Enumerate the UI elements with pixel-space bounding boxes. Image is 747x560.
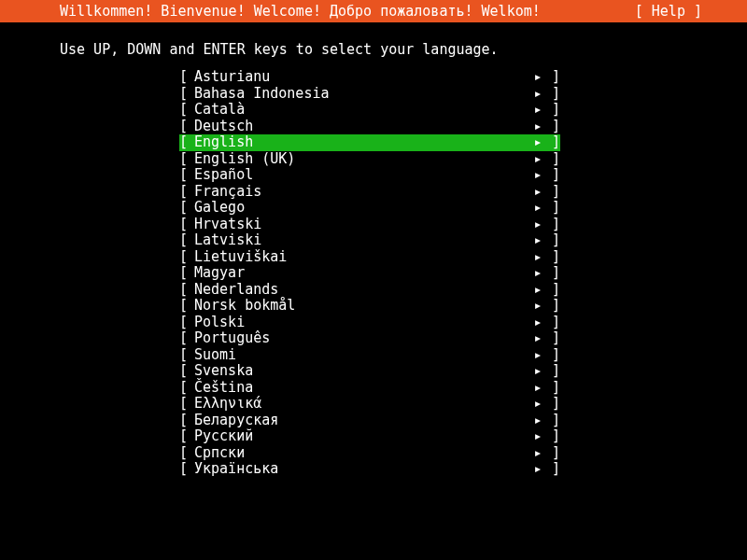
bracket-open: [	[179, 282, 194, 299]
language-label: Español	[194, 167, 530, 184]
language-label: Lietuviškai	[194, 249, 530, 266]
language-item[interactable]: [ Magyar▸ ]	[179, 265, 560, 282]
language-item[interactable]: [ Norsk bokmål▸ ]	[179, 298, 560, 315]
bracket-open: [	[179, 184, 194, 201]
language-label: Bahasa Indonesia	[194, 86, 530, 103]
bracket-open: [	[179, 380, 194, 397]
language-item[interactable]: [ Polski▸ ]	[179, 315, 560, 331]
language-label: Suomi	[194, 347, 530, 364]
submenu-arrow-icon: ▸	[530, 428, 545, 445]
submenu-arrow-icon: ▸	[530, 315, 545, 331]
bracket-open: [	[179, 396, 194, 413]
language-label: Беларуская	[194, 413, 530, 429]
language-item[interactable]: [ Bahasa Indonesia▸ ]	[179, 86, 560, 103]
language-label: Čeština	[194, 380, 530, 397]
bracket-open: [	[179, 134, 194, 151]
language-label: Magyar	[194, 265, 530, 282]
bracket-close: ]	[545, 217, 560, 233]
language-label: Svenska	[194, 363, 530, 380]
bracket-open: [	[179, 86, 194, 103]
submenu-arrow-icon: ▸	[530, 232, 545, 249]
bracket-open: [	[179, 249, 194, 266]
language-label: Galego	[194, 200, 530, 217]
language-item[interactable]: [ English▸ ]	[179, 134, 560, 151]
language-label: Ελληνικά	[194, 396, 530, 413]
submenu-arrow-icon: ▸	[530, 167, 545, 184]
bracket-open: [	[179, 428, 194, 445]
submenu-arrow-icon: ▸	[530, 363, 545, 380]
language-item[interactable]: [ Français▸ ]	[179, 184, 560, 201]
language-item[interactable]: [ Беларуская▸ ]	[179, 413, 560, 429]
language-label: Српски	[194, 445, 530, 462]
language-label: Latviski	[194, 232, 530, 249]
language-item[interactable]: [ Galego▸ ]	[179, 200, 560, 217]
language-item[interactable]: [ Deutsch▸ ]	[179, 119, 560, 135]
help-button[interactable]: [ Help ]	[635, 3, 732, 20]
bracket-open: [	[179, 265, 194, 282]
titlebar: Willkommen! Bienvenue! Welcome! Добро по…	[0, 0, 747, 22]
submenu-arrow-icon: ▸	[530, 151, 545, 168]
language-item[interactable]: [ Suomi▸ ]	[179, 347, 560, 364]
submenu-arrow-icon: ▸	[530, 330, 545, 347]
language-item[interactable]: [ Čeština▸ ]	[179, 380, 560, 397]
bracket-close: ]	[545, 445, 560, 462]
language-item[interactable]: [ English (UK)▸ ]	[179, 151, 560, 168]
submenu-arrow-icon: ▸	[530, 413, 545, 429]
language-item[interactable]: [ Svenska▸ ]	[179, 363, 560, 380]
submenu-arrow-icon: ▸	[530, 217, 545, 233]
submenu-arrow-icon: ▸	[530, 134, 545, 151]
language-item[interactable]: [ Українська▸ ]	[179, 461, 560, 478]
language-label: Català	[194, 102, 530, 119]
bracket-open: [	[179, 330, 194, 347]
language-item[interactable]: [ Nederlands▸ ]	[179, 282, 560, 299]
language-item[interactable]: [ Српски▸ ]	[179, 445, 560, 462]
bracket-close: ]	[545, 413, 560, 429]
bracket-close: ]	[545, 86, 560, 103]
language-item[interactable]: [ Asturianu▸ ]	[179, 69, 560, 86]
bracket-close: ]	[545, 315, 560, 331]
bracket-open: [	[179, 347, 194, 364]
bracket-close: ]	[545, 363, 560, 380]
bracket-close: ]	[545, 428, 560, 445]
bracket-close: ]	[545, 249, 560, 266]
bracket-close: ]	[545, 232, 560, 249]
language-label: Русский	[194, 428, 530, 445]
language-list: [ Asturianu▸ ][ Bahasa Indonesia▸ ][ Cat…	[15, 69, 732, 478]
bracket-open: [	[179, 363, 194, 380]
language-item[interactable]: [ Latviski▸ ]	[179, 232, 560, 249]
instruction-text: Use UP, DOWN and ENTER keys to select yo…	[15, 22, 732, 69]
bracket-open: [	[179, 69, 194, 86]
language-item[interactable]: [ Español▸ ]	[179, 167, 560, 184]
submenu-arrow-icon: ▸	[530, 119, 545, 135]
language-item[interactable]: [ Lietuviškai▸ ]	[179, 249, 560, 266]
language-label: Português	[194, 330, 530, 347]
bracket-close: ]	[545, 200, 560, 217]
titlebar-title: Willkommen! Bienvenue! Welcome! Добро по…	[15, 3, 635, 20]
language-item[interactable]: [ Português▸ ]	[179, 330, 560, 347]
bracket-open: [	[179, 315, 194, 331]
bracket-close: ]	[545, 396, 560, 413]
language-item[interactable]: [ Ελληνικά▸ ]	[179, 396, 560, 413]
content: Use UP, DOWN and ENTER keys to select yo…	[0, 22, 747, 478]
bracket-close: ]	[545, 298, 560, 315]
bracket-open: [	[179, 232, 194, 249]
language-item[interactable]: [ Català▸ ]	[179, 102, 560, 119]
submenu-arrow-icon: ▸	[530, 200, 545, 217]
bracket-close: ]	[545, 151, 560, 168]
bracket-close: ]	[545, 330, 560, 347]
submenu-arrow-icon: ▸	[530, 282, 545, 299]
bracket-close: ]	[545, 347, 560, 364]
submenu-arrow-icon: ▸	[530, 380, 545, 397]
language-label: Українська	[194, 461, 530, 478]
language-item[interactable]: [ Русский▸ ]	[179, 428, 560, 445]
submenu-arrow-icon: ▸	[530, 184, 545, 201]
language-label: Hrvatski	[194, 217, 530, 233]
language-label: Norsk bokmål	[194, 298, 530, 315]
bracket-close: ]	[545, 102, 560, 119]
submenu-arrow-icon: ▸	[530, 69, 545, 86]
language-label: Polski	[194, 315, 530, 331]
submenu-arrow-icon: ▸	[530, 445, 545, 462]
bracket-open: [	[179, 445, 194, 462]
language-item[interactable]: [ Hrvatski▸ ]	[179, 217, 560, 233]
submenu-arrow-icon: ▸	[530, 396, 545, 413]
